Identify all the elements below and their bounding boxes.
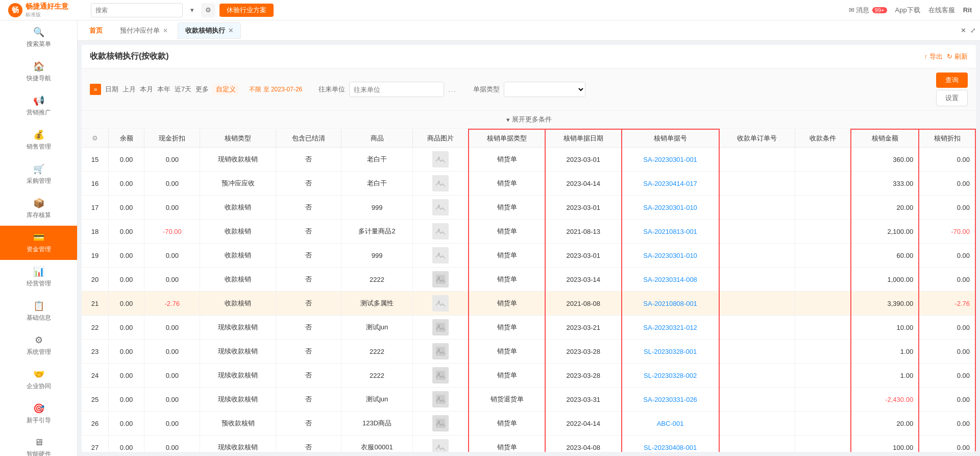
system-icon: ⚙ [35, 334, 43, 346]
verify-doc-no-link[interactable]: SA-20210813-001 [643, 228, 697, 235]
filter-dots-1: ... [448, 86, 457, 93]
cell-verify-doc-no[interactable]: SA-20230414-017 [622, 172, 719, 196]
goods-image [432, 295, 449, 311]
receipt-type-select[interactable] [504, 82, 585, 97]
tab-collection-close[interactable]: ✕ [228, 27, 233, 34]
cell-verify-doc-no[interactable]: SA-20230301-010 [622, 244, 719, 268]
cell-receipt-order-no [719, 436, 795, 452]
sidebar-item-sales[interactable]: 💰 销售管理 [0, 123, 77, 157]
date-last-month[interactable]: 上月 [122, 85, 136, 94]
verify-doc-no-link[interactable]: SA-20230301-001 [643, 156, 697, 163]
cell-verify-doc-no[interactable]: SL-20230328-002 [622, 364, 719, 388]
verify-doc-no-link[interactable]: SL-20230328-001 [644, 348, 697, 355]
cell-verify-doc-no[interactable]: SA-20230301-001 [622, 148, 719, 172]
date-this-year[interactable]: 本年 [157, 85, 170, 94]
verify-doc-no-link[interactable]: SA-20230314-008 [643, 276, 697, 283]
cell-balance: 0.00 [108, 340, 144, 364]
sidebar-item-search[interactable]: 🔍 搜索菜单 [0, 20, 77, 55]
cell-id: 19 [82, 244, 108, 268]
expand-icon[interactable]: ⤢ [970, 27, 976, 34]
svg-rect-18 [436, 371, 445, 380]
sidebar-item-corp[interactable]: 🤝 企业协同 [0, 363, 77, 397]
cell-verify-type: 现续收款核销 [200, 340, 276, 364]
user-name[interactable]: Rit [963, 6, 972, 14]
export-button[interactable]: ↑ 导出 [924, 52, 943, 61]
sidebar-item-label: 智能硬件 [27, 450, 51, 456]
verify-doc-no-link[interactable]: SA-20230301-010 [643, 204, 697, 211]
cell-verify-doc-type: 销货单 [469, 292, 545, 316]
cell-cash-discount: 0.00 [144, 412, 200, 436]
cell-verify-doc-no[interactable]: ABC-001 [622, 412, 719, 436]
cell-verify-doc-no[interactable]: SL-20230408-001 [622, 436, 719, 452]
cell-verify-doc-no[interactable]: SA-20230301-010 [622, 196, 719, 220]
cell-verify-doc-no[interactable]: SA-20230321-012 [622, 316, 719, 340]
cell-receipt-condition [795, 292, 851, 316]
th-verify-amount: 核销金额 [851, 129, 919, 148]
date-last-7-days[interactable]: 近7天 [175, 85, 191, 94]
sidebar-item-inventory[interactable]: 📦 库存核算 [0, 191, 77, 226]
cell-receipt-condition [795, 364, 851, 388]
sidebar-item-system[interactable]: ⚙ 系统管理 [0, 328, 77, 363]
cell-verify-doc-date: 2023-03-01 [545, 196, 622, 220]
notification-icon: ✉ [849, 6, 854, 14]
setting-button[interactable]: 设置 [936, 90, 968, 106]
sidebar-item-purchase[interactable]: 🛒 采购管理 [0, 157, 77, 191]
cell-id: 15 [82, 148, 108, 172]
filter-expand-button[interactable]: » [90, 84, 101, 95]
sidebar-item-label: 系统管理 [27, 348, 51, 356]
tab-collection[interactable]: 收款核销执行 ✕ [178, 22, 241, 39]
settings-icon[interactable]: ⚙ [201, 3, 215, 17]
verify-doc-no-link[interactable]: SA-20230331-026 [643, 396, 697, 403]
verify-doc-no-link[interactable]: SA-20230321-012 [643, 324, 697, 331]
date-this-month[interactable]: 本月 [140, 85, 153, 94]
app-download-link[interactable]: App下载 [895, 6, 920, 15]
table-container[interactable]: ⚙ 余额 现金折扣 核销类型 包含已结清 商品 商品图片 核销单据类型 核销单据… [82, 129, 976, 452]
notification-area[interactable]: ✉ 消息 99+ [849, 6, 887, 15]
industry-button[interactable]: 休验行业方案 [219, 4, 274, 17]
sidebar-item-basic-info[interactable]: 📋 基础信息 [0, 294, 77, 328]
verify-doc-no-link[interactable]: SL-20230408-001 [644, 444, 697, 451]
expand-down-icon: ▾ [506, 116, 510, 124]
cell-id: 27 [82, 436, 108, 452]
cell-cash-discount: 0.00 [144, 316, 200, 340]
tab-home[interactable]: 首页 [82, 22, 110, 39]
top-search-input[interactable] [91, 3, 183, 17]
sidebar-item-marketing[interactable]: 📢 营销推广 [0, 89, 77, 123]
verify-doc-no-link[interactable]: SA-20230414-017 [643, 180, 697, 187]
online-service-link[interactable]: 在线客服 [928, 6, 955, 15]
cell-verify-doc-no[interactable]: SA-20210808-001 [622, 292, 719, 316]
date-more[interactable]: 更多 [195, 85, 209, 94]
verify-doc-no-link[interactable]: SL-20230328-002 [644, 372, 697, 379]
sidebar-item-guide[interactable]: 🎯 新手引导 [0, 397, 77, 431]
settings-col-icon[interactable]: ⚙ [92, 134, 98, 142]
cell-verify-doc-no[interactable]: SA-20230331-026 [622, 388, 719, 412]
sidebar-item-operations[interactable]: 📊 经营管理 [0, 260, 77, 294]
cell-verify-doc-no[interactable]: SA-20210813-001 [622, 220, 719, 244]
verify-doc-no-link[interactable]: SA-20210808-001 [643, 300, 697, 307]
sidebar-item-finance[interactable]: 💳 资金管理 [0, 226, 77, 260]
cell-include-settled: 否 [276, 412, 341, 436]
cell-verify-doc-no[interactable]: SL-20230328-001 [622, 340, 719, 364]
verify-doc-no-link[interactable]: SA-20230301-010 [643, 252, 697, 259]
verify-doc-no-link[interactable]: ABC-001 [657, 420, 684, 427]
close-all-icon[interactable]: ✕ [961, 27, 966, 34]
cell-include-settled: 否 [276, 148, 341, 172]
sidebar-item-quick-nav[interactable]: 🏠 快捷导航 [0, 55, 77, 89]
goods-image [432, 271, 449, 287]
tab-prepay-close[interactable]: ✕ [163, 27, 168, 34]
expand-conditions-button[interactable]: ▾ 展开更多条件 [506, 115, 552, 124]
tab-prepay[interactable]: 预付冲应付单 ✕ [112, 22, 176, 39]
cell-verify-doc-no[interactable]: SA-20230314-008 [622, 268, 719, 292]
cell-verify-type: 收款核销 [200, 220, 276, 244]
from-unit-input[interactable] [349, 82, 444, 97]
date-custom[interactable]: 自定义 [213, 84, 239, 95]
cell-verify-discount: 0.00 [919, 244, 975, 268]
refresh-button[interactable]: ↻ 刷新 [947, 52, 968, 61]
th-settings[interactable]: ⚙ [82, 129, 108, 148]
cell-balance: 0.00 [108, 412, 144, 436]
query-button[interactable]: 查询 [936, 73, 968, 88]
goods-image [432, 223, 449, 239]
dropdown-icon[interactable]: ▾ [187, 5, 197, 15]
sidebar-item-hardware[interactable]: 🖥 智能硬件 [0, 431, 77, 456]
hardware-icon: 🖥 [34, 437, 43, 448]
